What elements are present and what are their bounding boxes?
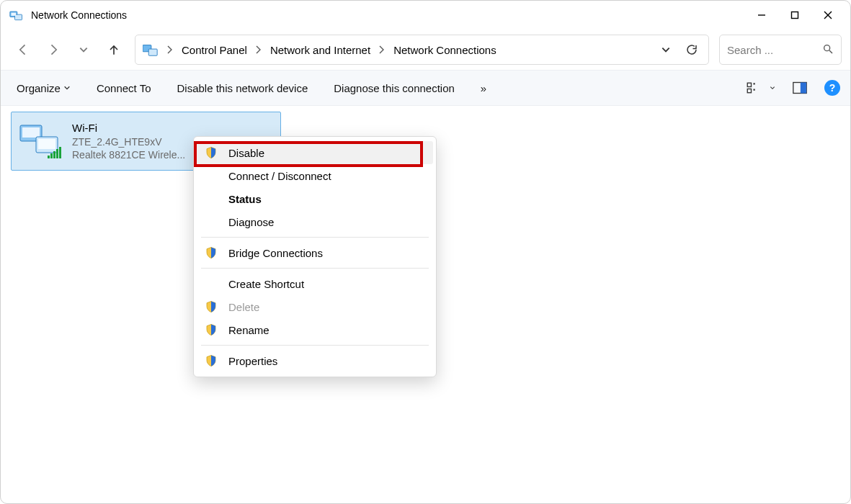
address-bar[interactable]: Control Panel Network and Internet Netwo…: [135, 35, 709, 65]
context-menu-item-label: Bridge Connections: [228, 247, 323, 259]
context-menu-item-delete: Delete: [197, 295, 433, 318]
svg-rect-20: [38, 139, 55, 149]
chevron-right-icon[interactable]: [253, 45, 264, 54]
organize-label: Organize: [17, 82, 61, 94]
svg-rect-24: [56, 149, 58, 158]
disable-device-button[interactable]: Disable this network device: [171, 78, 313, 99]
connection-adapter: Realtek 8821CE Wirele...: [72, 148, 185, 161]
nav-forward-button[interactable]: [40, 36, 67, 63]
svg-rect-11: [747, 83, 751, 86]
connect-to-button[interactable]: Connect To: [91, 78, 157, 99]
breadcrumb-item-1[interactable]: Network and Internet: [266, 41, 375, 59]
context-menu-item-label: Delete: [228, 301, 259, 313]
diagnose-button[interactable]: Diagnose this connection: [328, 78, 460, 99]
svg-rect-8: [148, 49, 157, 55]
svg-point-9: [824, 45, 830, 50]
context-menu-item-bridge-connections[interactable]: Bridge Connections: [197, 241, 433, 264]
network-adapter-icon: [19, 121, 65, 161]
help-button[interactable]: ?: [824, 80, 840, 96]
chevron-right-icon[interactable]: [164, 45, 176, 54]
location-icon: [143, 42, 159, 58]
toolbar-overflow-button[interactable]: »: [475, 78, 492, 99]
navigation-bar: Control Panel Network and Internet Netwo…: [1, 30, 850, 70]
maximize-button[interactable]: [778, 4, 811, 27]
context-menu-item-label: Connect / Disconnect: [228, 170, 331, 182]
shield-icon: [204, 145, 218, 160]
title-bar: Network Connections: [1, 1, 850, 30]
shield-icon: [204, 246, 218, 260]
window-title: Network Connections: [31, 9, 127, 21]
context-menu-item-label: Status: [228, 193, 262, 205]
view-options-button[interactable]: [742, 78, 762, 98]
context-menu-item-disable[interactable]: Disable: [197, 141, 433, 164]
context-menu-separator: [201, 237, 429, 238]
svg-rect-22: [50, 153, 53, 158]
close-button[interactable]: [811, 4, 845, 27]
context-menu-item-properties[interactable]: Properties: [197, 349, 433, 372]
context-menu-item-status[interactable]: Status: [197, 187, 433, 210]
refresh-button[interactable]: [680, 37, 704, 62]
breadcrumb-item-0[interactable]: Control Panel: [177, 41, 251, 59]
context-menu-item-label: Diagnose: [228, 216, 274, 228]
svg-rect-13: [747, 89, 751, 93]
context-menu-item-label: Create Shortcut: [228, 278, 304, 290]
svg-rect-25: [59, 147, 61, 158]
shield-icon: [204, 300, 218, 314]
context-menu-item-diagnose[interactable]: Diagnose: [197, 210, 433, 233]
context-menu-item-label: Properties: [228, 355, 277, 367]
context-menu-separator: [201, 345, 429, 346]
svg-rect-2: [12, 13, 17, 16]
context-menu-item-rename[interactable]: Rename: [197, 318, 433, 341]
svg-rect-23: [53, 151, 55, 158]
chevron-down-icon: [63, 84, 71, 91]
context-menu-item-label: Disable: [228, 147, 264, 159]
svg-rect-12: [754, 83, 755, 84]
organize-menu[interactable]: Organize: [11, 78, 76, 99]
connection-name: Wi-Fi: [72, 121, 185, 135]
context-menu-separator: [201, 268, 429, 269]
chevron-down-icon[interactable]: [770, 85, 775, 91]
svg-rect-16: [801, 83, 806, 94]
svg-line-10: [829, 50, 832, 53]
command-toolbar: Organize Connect To Disable this network…: [1, 70, 850, 106]
context-menu-item-connect-disconnect[interactable]: Connect / Disconnect: [197, 164, 433, 187]
search-icon: [822, 43, 834, 57]
svg-rect-4: [792, 12, 798, 19]
shield-icon: [204, 323, 218, 337]
address-history-button[interactable]: [654, 37, 678, 62]
preview-pane-button[interactable]: [790, 78, 810, 98]
nav-back-button[interactable]: [9, 36, 37, 63]
context-menu-item-create-shortcut[interactable]: Create Shortcut: [197, 272, 433, 295]
chevron-right-icon[interactable]: [376, 45, 388, 54]
shield-icon: [204, 354, 218, 368]
svg-rect-21: [48, 156, 50, 158]
app-icon: [9, 8, 24, 22]
connection-ssid: ZTE_2.4G_HTE9xV: [72, 135, 185, 148]
svg-rect-18: [22, 127, 40, 138]
context-menu: DisableConnect / DisconnectStatusDiagnos…: [193, 136, 437, 377]
svg-rect-14: [754, 89, 755, 91]
nav-up-button[interactable]: [100, 36, 128, 63]
search-placeholder: Search ...: [727, 44, 822, 56]
minimize-button[interactable]: [745, 4, 778, 27]
content-area: Wi-Fi ZTE_2.4G_HTE9xV Realtek 8821CE Wir…: [1, 106, 850, 503]
window-frame: Network Connections: [0, 0, 851, 504]
context-menu-item-label: Rename: [228, 324, 269, 336]
breadcrumb-item-2[interactable]: Network Connections: [389, 41, 501, 59]
search-input[interactable]: Search ...: [719, 35, 842, 65]
nav-recent-button[interactable]: [70, 36, 97, 63]
